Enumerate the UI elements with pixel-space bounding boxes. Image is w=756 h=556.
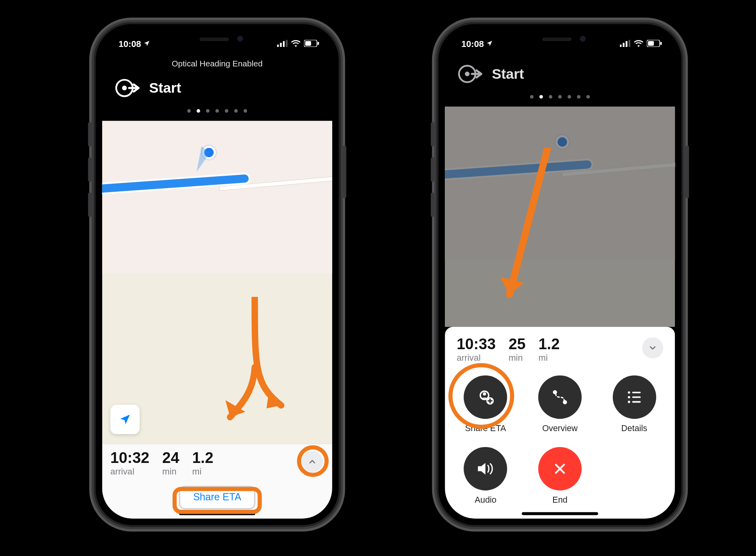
svg-rect-14 <box>629 40 630 47</box>
battery-icon <box>304 40 319 47</box>
details-action[interactable]: Details <box>612 375 656 433</box>
svg-point-26 <box>563 400 567 404</box>
page-indicator[interactable] <box>111 106 323 113</box>
share-eta-button[interactable]: Share ETA <box>179 486 255 509</box>
duration-stat: 24 min <box>162 450 179 476</box>
location-arrow-icon <box>143 40 150 47</box>
distance-stat: 1.2 mi <box>192 450 213 476</box>
svg-point-8 <box>122 86 127 90</box>
expand-sheet-button[interactable] <box>302 451 323 472</box>
svg-rect-30 <box>632 392 641 393</box>
chevron-down-icon <box>648 343 658 353</box>
details-list-icon <box>625 388 643 406</box>
recenter-button[interactable] <box>110 405 140 434</box>
route-summary-sheet: 10:32 arrival 24 min 1.2 mi <box>102 443 332 519</box>
svg-rect-2 <box>283 41 284 47</box>
phone-left: 10:08 <box>94 22 341 527</box>
svg-marker-9 <box>267 393 281 408</box>
svg-rect-12 <box>623 43 624 47</box>
svg-marker-21 <box>500 277 524 294</box>
start-maneuver-icon <box>457 61 483 87</box>
navigation-banner[interactable]: Optical Heading Enabled Start <box>102 56 332 121</box>
svg-point-27 <box>627 391 630 394</box>
audio-action[interactable]: Audio <box>464 447 507 505</box>
svg-rect-16 <box>648 41 654 46</box>
optical-heading-label: Optical Heading Enabled <box>111 56 323 73</box>
svg-rect-0 <box>277 45 279 47</box>
svg-line-20 <box>509 148 548 295</box>
svg-rect-5 <box>305 41 311 46</box>
chevron-up-icon <box>308 457 317 467</box>
status-time: 10:08 <box>461 39 484 49</box>
device-notch <box>507 31 613 48</box>
end-label: End <box>538 495 582 505</box>
device-notch <box>164 31 270 48</box>
cellular-icon <box>620 40 631 47</box>
svg-point-29 <box>627 400 630 403</box>
close-x-icon <box>552 461 568 477</box>
nav-instruction-text: Start <box>492 66 524 82</box>
svg-marker-10 <box>225 400 245 417</box>
svg-rect-17 <box>660 42 662 45</box>
home-indicator[interactable] <box>179 512 255 515</box>
phone-right: 10:08 <box>436 22 683 527</box>
nav-instruction-text: Start <box>149 80 181 96</box>
overview-action[interactable]: Overview <box>538 375 582 433</box>
details-label: Details <box>612 424 656 433</box>
home-indicator[interactable] <box>522 512 598 515</box>
svg-rect-3 <box>286 40 287 47</box>
wifi-icon <box>634 40 643 47</box>
svg-point-25 <box>553 390 557 394</box>
arrival-stat: 10:33 arrival <box>457 336 496 362</box>
status-time: 10:08 <box>119 39 141 49</box>
distance-stat: 1.2 mi <box>538 336 559 362</box>
route-actions-sheet: 10:33 arrival 25 min 1.2 mi <box>445 327 675 519</box>
overview-label: Overview <box>538 424 582 433</box>
user-location-dot <box>204 148 214 157</box>
duration-stat: 25 min <box>509 336 526 362</box>
map-canvas[interactable] <box>102 121 332 443</box>
location-arrow-icon <box>486 40 493 47</box>
svg-point-28 <box>627 396 630 399</box>
map-canvas[interactable] <box>445 107 675 327</box>
svg-rect-32 <box>632 401 641 402</box>
speaker-icon <box>475 459 495 479</box>
share-eta-icon <box>474 386 497 408</box>
svg-point-23 <box>483 392 486 395</box>
end-action[interactable]: End <box>538 447 582 505</box>
wifi-icon <box>291 40 301 47</box>
svg-rect-31 <box>632 397 641 398</box>
svg-rect-1 <box>280 43 282 47</box>
arrival-stat: 10:32 arrival <box>110 450 149 476</box>
svg-rect-6 <box>318 42 319 45</box>
page-indicator[interactable] <box>454 91 666 99</box>
audio-label: Audio <box>464 495 507 505</box>
share-eta-label: Share ETA <box>464 424 507 433</box>
collapse-sheet-button[interactable] <box>642 337 663 358</box>
start-maneuver-icon <box>114 75 140 101</box>
overview-icon <box>550 387 570 407</box>
battery-icon <box>647 40 662 47</box>
svg-point-19 <box>465 72 470 76</box>
cellular-icon <box>277 40 288 47</box>
svg-rect-13 <box>625 41 627 47</box>
user-location-dot <box>557 137 567 147</box>
share-eta-action[interactable]: Share ETA <box>464 375 507 433</box>
svg-rect-11 <box>620 45 622 47</box>
navigation-banner[interactable]: Start <box>445 56 675 107</box>
